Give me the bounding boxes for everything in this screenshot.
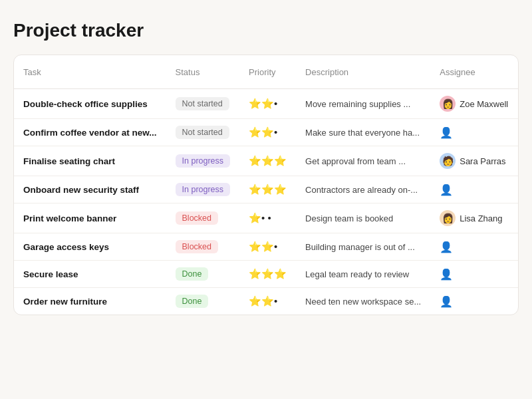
assignee-cell: 👤: [440, 126, 508, 139]
description-text: Legal team ready to review: [305, 269, 409, 279]
table-row: Print welcome bannerBlocked⭐• •Design te…: [14, 203, 519, 233]
task-name: Order new furniture: [23, 297, 107, 307]
table-row: Confirm coffee vendor at new...Not start…: [14, 119, 519, 146]
status-badge: Not started: [176, 126, 229, 139]
priority-stars: ⭐⭐⭐: [249, 184, 287, 195]
assignee-cell: 👩Lisa Zhang: [440, 210, 508, 226]
assignee-cell: 👤: [440, 295, 508, 308]
avatar: 🧑: [440, 153, 456, 169]
description-text: Need ten new workspace se...: [305, 297, 421, 307]
col-header-task: Task: [14, 55, 166, 89]
description-text: Get approval from team ...: [305, 156, 406, 166]
avatar: 👩: [440, 96, 456, 112]
task-name: Onboard new security staff: [23, 185, 139, 195]
assignee-name: Zoe Maxwell: [460, 99, 508, 109]
table-row: Finalise seating chartIn progress⭐⭐⭐Get …: [14, 146, 519, 176]
person-icon: 👤: [440, 268, 453, 281]
table-row: Garage access keysBlocked⭐⭐•Building man…: [14, 233, 519, 261]
col-header-duedate: Due date: [517, 55, 519, 89]
priority-stars: ⭐• •: [249, 212, 271, 223]
description-text: Design team is booked: [305, 213, 393, 223]
avatar: 👩: [440, 210, 456, 226]
task-name: Garage access keys: [23, 242, 109, 252]
person-icon: 👤: [440, 295, 453, 308]
table-row: Secure leaseDone⭐⭐⭐Legal team ready to r…: [14, 261, 519, 288]
status-badge: In progress: [176, 154, 231, 168]
table-row: Order new furnitureDone⭐⭐•Need ten new w…: [14, 288, 519, 315]
priority-stars: ⭐⭐⭐: [249, 268, 287, 279]
person-icon: 👤: [440, 126, 453, 139]
status-badge: Blocked: [176, 211, 218, 225]
assignee-name: Lisa Zhang: [460, 213, 502, 223]
table-row: Double-check office suppliesNot started⭐…: [14, 89, 519, 119]
description-text: Contractors are already on-...: [305, 185, 418, 195]
priority-stars: ⭐⭐•: [249, 295, 277, 307]
task-name: Confirm coffee vendor at new...: [23, 128, 157, 138]
assignee-cell: 👩Zoe Maxwell: [440, 96, 508, 112]
project-table: Task Status Priority Description Assigne…: [14, 55, 519, 315]
status-badge: Not started: [176, 97, 229, 110]
task-name: Double-check office supplies: [23, 99, 148, 109]
description-text: Move remaining supplies ...: [305, 99, 410, 109]
col-header-description: Description: [296, 55, 430, 89]
status-badge: In progress: [176, 183, 231, 196]
assignee-cell: 👤: [440, 268, 508, 281]
status-badge: Blocked: [176, 240, 218, 253]
priority-stars: ⭐⭐•: [249, 241, 277, 252]
assignee-cell: 👤: [440, 184, 508, 196]
priority-stars: ⭐⭐•: [249, 98, 277, 109]
status-badge: Done: [176, 295, 209, 308]
assignee-cell: 🧑Sara Parras: [440, 153, 508, 169]
status-badge: Done: [176, 267, 209, 281]
project-table-wrapper: Task Status Priority Description Assigne…: [13, 55, 519, 315]
col-header-assignee: Assignee: [430, 55, 517, 89]
description-text: Building manager is out of ...: [305, 242, 415, 252]
col-header-priority: Priority: [239, 55, 296, 89]
table-header-row: Task Status Priority Description Assigne…: [14, 55, 519, 89]
assignee-cell: 👤: [440, 241, 508, 253]
priority-stars: ⭐⭐•: [249, 126, 277, 138]
person-icon: 👤: [440, 184, 453, 196]
page-title: Project tracker: [13, 20, 519, 41]
table-row: Onboard new security staffIn progress⭐⭐⭐…: [14, 176, 519, 203]
page-container: Project tracker Task Status Priority Des…: [13, 20, 519, 315]
person-icon: 👤: [440, 241, 453, 253]
task-name: Print welcome banner: [23, 213, 116, 223]
task-name: Secure lease: [23, 269, 78, 279]
description-text: Make sure that everyone ha...: [305, 128, 420, 138]
col-header-status: Status: [166, 55, 240, 89]
task-name: Finalise seating chart: [23, 156, 115, 166]
priority-stars: ⭐⭐⭐: [249, 155, 287, 166]
assignee-name: Sara Parras: [460, 156, 505, 166]
